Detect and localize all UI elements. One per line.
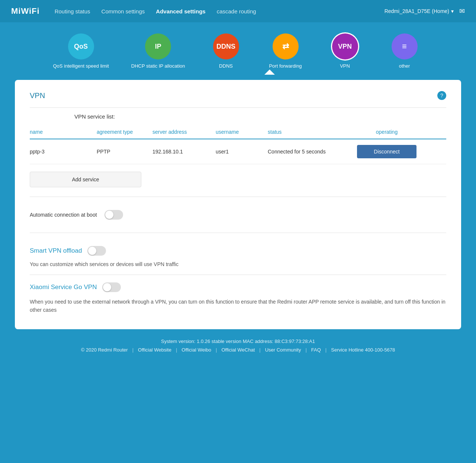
xiaomi-vpn-knob: [103, 283, 111, 291]
icon-qos[interactable]: QoS QoS intelligent speed limit: [53, 33, 109, 69]
table-header: name agreement type server address usern…: [30, 125, 446, 139]
row-operating: Disconnect: [327, 145, 446, 158]
row-server: 192.168.10.1: [152, 149, 216, 155]
auto-connect-knob: [105, 211, 113, 219]
col-header-name: name: [30, 129, 97, 135]
xiaomi-vpn-title: Xiaomi Service Go VPN: [30, 282, 446, 292]
smart-vpn-divider: [30, 233, 446, 233]
nav-common-settings[interactable]: Common settings: [102, 8, 145, 14]
auto-connect-divider: [30, 197, 446, 197]
xiaomi-vpn-section: Xiaomi Service Go VPN When you need to u…: [30, 275, 446, 314]
nav-cascade-routing[interactable]: cascade routing: [217, 8, 256, 14]
row-status: Connected for 5 seconds: [268, 149, 327, 155]
sep-3: |: [259, 347, 260, 353]
port-forwarding-circle: ⇄: [273, 33, 299, 59]
vpn-table: name agreement type server address usern…: [30, 125, 446, 164]
title-divider: [30, 107, 446, 108]
footer-link-user-community[interactable]: User Community: [265, 347, 301, 353]
icon-other[interactable]: ≡ other: [386, 33, 423, 69]
col-header-username: username: [216, 129, 268, 135]
smart-vpn-title: Smart VPN offload: [30, 246, 446, 256]
xiaomi-vpn-desc: When you need to use the external networ…: [30, 298, 446, 314]
col-header-agreement: agreement type: [97, 129, 152, 135]
logo: MiWiFi: [11, 6, 40, 16]
icon-ddns[interactable]: DDNS DDNS: [208, 33, 245, 69]
footer-link-official-weibo[interactable]: Official Weibo: [181, 347, 211, 353]
mail-icon[interactable]: ✉: [459, 7, 465, 15]
nav-routing-status[interactable]: Routing status: [55, 8, 90, 14]
col-header-status: status: [268, 129, 327, 135]
footer-link-hotline: Service Hotline 400-100-5678: [331, 347, 395, 353]
col-header-operating: operating: [327, 129, 446, 135]
dhcp-label: DHCP static IP allocation: [131, 63, 185, 69]
icon-vpn[interactable]: VPN VPN: [327, 33, 364, 69]
vpn-circle: VPN: [332, 33, 358, 59]
other-circle: ≡: [392, 33, 418, 59]
footer-link-faq[interactable]: FAQ: [311, 347, 321, 353]
col-header-server: server address: [152, 129, 216, 135]
row-username: user1: [216, 149, 268, 155]
vpn-title-text: VPN: [30, 91, 45, 100]
footer-link-official-wechat[interactable]: Official WeChat: [221, 347, 255, 353]
row-name: pptp-3: [30, 149, 97, 155]
sep-2: |: [216, 347, 217, 353]
dhcp-circle: IP: [145, 33, 171, 59]
router-name[interactable]: Redmi_28A1_D75E (Home) ▾: [385, 8, 454, 14]
ddns-label: DDNS: [219, 63, 233, 69]
icon-bar: QoS QoS intelligent speed limit IP DHCP …: [0, 22, 476, 69]
icon-bar-wrapper: QoS QoS intelligent speed limit IP DHCP …: [0, 22, 476, 75]
port-forwarding-label: Port forwarding: [269, 63, 302, 69]
vpn-label: VPN: [340, 63, 350, 69]
footer-version: System version: 1.0.26 stable version MA…: [0, 339, 476, 344]
footer-links: © 2020 Redmi Router | Official Website |…: [0, 347, 476, 353]
auto-connect-label: Automatic connection at boot: [30, 212, 97, 218]
vpn-section-title: VPN ?: [30, 91, 446, 100]
smart-vpn-section: Smart VPN offload You can customize whic…: [30, 239, 446, 267]
qos-label: QoS intelligent speed limit: [53, 63, 109, 69]
add-service-container: Add service: [30, 164, 446, 187]
nav-links: Routing status Common settings Advanced …: [55, 8, 385, 14]
icon-dhcp[interactable]: IP DHCP static IP allocation: [131, 33, 185, 69]
auto-connect-row: Automatic connection at boot: [30, 203, 446, 227]
ddns-circle: DDNS: [213, 33, 239, 59]
xiaomi-vpn-toggle[interactable]: [102, 282, 121, 292]
sep-0: |: [132, 347, 134, 353]
vpn-arrow: [0, 69, 476, 75]
smart-vpn-knob: [88, 247, 96, 255]
footer: System version: 1.0.26 stable version MA…: [0, 329, 476, 358]
footer-link-official-website[interactable]: Official Website: [138, 347, 171, 353]
sep-4: |: [305, 347, 306, 353]
nav-advanced-settings[interactable]: Advanced settings: [156, 8, 205, 14]
auto-connect-toggle[interactable]: [104, 210, 123, 220]
footer-copyright: © 2020 Redmi Router: [81, 347, 128, 353]
chevron-down-icon: ▾: [451, 8, 454, 14]
help-icon[interactable]: ?: [437, 91, 446, 100]
table-row: pptp-3 PPTP 192.168.10.1 user1 Connected…: [30, 139, 446, 164]
sep-1: |: [176, 347, 177, 353]
icon-port-forwarding[interactable]: ⇄ Port forwarding: [267, 33, 304, 69]
smart-vpn-toggle[interactable]: [87, 246, 106, 256]
qos-circle: QoS: [68, 33, 94, 59]
disconnect-button[interactable]: Disconnect: [357, 145, 416, 158]
other-label: other: [399, 63, 410, 69]
main-content: VPN ? VPN service list: name agreement t…: [15, 80, 461, 329]
add-service-button[interactable]: Add service: [30, 172, 141, 187]
row-agreement: PPTP: [97, 149, 152, 155]
smart-vpn-desc: You can customize which services or devi…: [30, 261, 446, 267]
sep-5: |: [325, 347, 327, 353]
header-right: Redmi_28A1_D75E (Home) ▾ ✉: [385, 7, 465, 15]
vpn-service-label: VPN service list:: [30, 113, 446, 120]
vpn-arrow-inner: [264, 69, 275, 75]
header: MiWiFi Routing status Common settings Ad…: [0, 0, 476, 22]
